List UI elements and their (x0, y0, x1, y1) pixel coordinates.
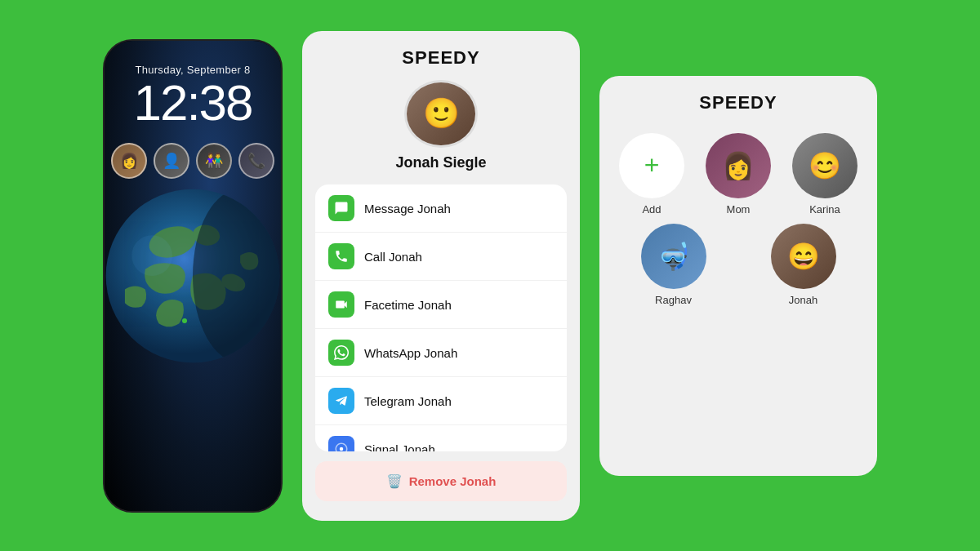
add-contact-item[interactable]: + Add (612, 133, 691, 216)
mom-label: Mom (727, 203, 751, 216)
raghav-label: Raghav (655, 294, 692, 306)
speedy-contact-card: SPEEDY 🙂 Jonah Siegle Message Jonah Call… (302, 31, 580, 521)
karina-avatar: 😊 (792, 133, 858, 198)
action-message-label: Message Jonah (364, 202, 451, 216)
svg-point-7 (340, 447, 344, 451)
phone-date: Thursday, September 8 (133, 64, 252, 76)
add-label: Add (642, 203, 661, 216)
phone-icon (328, 243, 354, 269)
phone-contact-1[interactable]: 👩 (111, 143, 147, 179)
contact-raghav[interactable]: 🤿 Raghav (641, 224, 706, 306)
notification-dot (182, 318, 187, 323)
trash-icon: 🗑️ (386, 473, 403, 489)
phone-screen: Thursday, September 8 12:38 👩 👤 👫 📞 (105, 41, 281, 511)
phone-time: 12:38 (133, 78, 252, 128)
contact-mom[interactable]: 👩 Mom (699, 133, 777, 216)
raghav-avatar: 🤿 (641, 224, 706, 289)
whatsapp-icon (328, 340, 354, 366)
action-facetime[interactable]: Facetime Jonah (315, 281, 567, 329)
mom-avatar: 👩 (706, 133, 771, 198)
contact-name: Jonah Siegle (395, 154, 486, 171)
message-icon (328, 195, 354, 221)
contacts-grid-row1: + Add 👩 Mom 😊 Karina (612, 133, 864, 216)
contact-jonah[interactable]: 😄 Jonah (771, 224, 836, 306)
jonah-label: Jonah (789, 294, 817, 306)
action-telegram-label: Telegram Jonah (364, 394, 452, 408)
facetime-icon (328, 291, 354, 318)
phone-contact-3[interactable]: 👫 (196, 143, 232, 179)
jonah-avatar: 😄 (771, 224, 836, 289)
action-message[interactable]: Message Jonah (315, 184, 567, 233)
svg-point-6 (131, 235, 172, 276)
phone-contact-2[interactable]: 👤 (154, 143, 189, 179)
contact-karina[interactable]: 😊 Karina (786, 133, 864, 216)
phone-contacts-row: 👩 👤 👫 📞 (111, 143, 274, 179)
phone-contact-4[interactable]: 📞 (238, 143, 274, 179)
right-card-title: SPEEDY (699, 92, 777, 113)
contacts-grid-row2: 🤿 Raghav 😄 Jonah (612, 224, 864, 306)
action-signal[interactable]: Signal Jonah (315, 425, 567, 451)
action-call-label: Call Jonah (364, 250, 422, 264)
remove-label: Remove Jonah (409, 474, 497, 488)
action-whatsapp[interactable]: WhatsApp Jonah (315, 329, 567, 377)
phone-lock-screen: Thursday, September 8 12:38 (133, 41, 252, 128)
add-avatar: + (619, 133, 684, 198)
action-call[interactable]: Call Jonah (315, 233, 567, 281)
action-whatsapp-label: WhatsApp Jonah (364, 346, 457, 360)
action-facetime-label: Facetime Jonah (364, 298, 452, 312)
phone-mockup: Thursday, September 8 12:38 👩 👤 👫 📞 (103, 39, 283, 513)
signal-icon (328, 436, 354, 451)
telegram-icon (328, 388, 354, 414)
action-telegram[interactable]: Telegram Jonah (315, 377, 567, 425)
speedy-grid-card: SPEEDY + Add 👩 Mom 😊 Karina 🤿 (599, 76, 877, 476)
contact-avatar-jonah: 🙂 (404, 80, 478, 149)
remove-contact-button[interactable]: 🗑️ Remove Jonah (315, 461, 567, 501)
karina-label: Karina (809, 203, 840, 216)
action-list: Message Jonah Call Jonah Facetime Jonah (315, 184, 567, 451)
middle-card-title: SPEEDY (402, 47, 479, 69)
action-signal-label: Signal Jonah (364, 442, 435, 451)
plus-icon: + (619, 133, 684, 198)
